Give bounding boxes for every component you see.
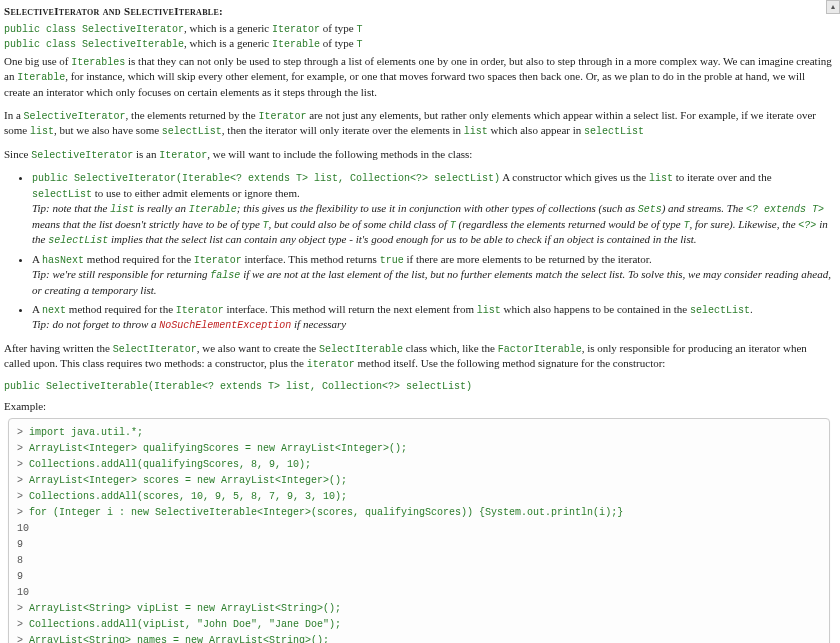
text: A (32, 303, 42, 315)
text: Tip: do not forget to throw a (32, 318, 159, 330)
text: , but could also be of some child class … (269, 218, 450, 230)
text: means that the list doesn't strictly hav… (32, 218, 263, 230)
code-span: <?> (798, 220, 816, 231)
text: , for instance, which will skip every ot… (4, 70, 805, 98)
code-line: for (Integer i : new SelectiveIterable<I… (29, 507, 623, 518)
code-line: import java.util.*; (29, 427, 143, 438)
code-span: selectList (162, 126, 222, 137)
code-span: <? extends T> (746, 204, 824, 215)
code-span: hasNext (42, 255, 84, 266)
code-span: false (210, 270, 240, 281)
output-line: 9 (17, 569, 821, 585)
prompt-char: > (17, 619, 23, 630)
text: . (750, 303, 753, 315)
text: method itself. Use the following method … (355, 357, 666, 369)
text: , which is a generic (184, 37, 272, 49)
paragraph-select-iterable: After having written the SelectIterator,… (4, 341, 834, 372)
code-example-box: > import java.util.*; > ArrayList<Intege… (8, 418, 830, 643)
prompt-char: > (17, 427, 23, 438)
text: ) and streams. The (662, 202, 746, 214)
code-span: SelectiveIterator (24, 111, 126, 122)
document-body: SelectiveIterator and SelectiveIterable:… (0, 0, 840, 643)
code-span: list (649, 173, 673, 184)
code-span: T (356, 24, 362, 35)
code-span: Sets (638, 204, 662, 215)
code-span: Iterator (272, 24, 320, 35)
code-span: list (30, 126, 54, 137)
code-span: SelectiveIterator (31, 150, 133, 161)
code-span: SelectIterable (319, 344, 403, 355)
scroll-up-button[interactable]: ▴ (826, 0, 840, 14)
code-span: Iterator (258, 111, 306, 122)
tip-text: Tip: we're still responsible for returni… (32, 268, 831, 296)
text: , we will want to include the following … (207, 148, 472, 160)
text: In a (4, 109, 24, 121)
methods-list: public SelectiveIterator(Iterable<? exte… (4, 170, 834, 332)
constructor-signature: public SelectiveIterable(Iterable<? exte… (4, 380, 834, 394)
output-line: 9 (17, 537, 821, 553)
text: of type (320, 37, 356, 49)
text: interface. This method returns (242, 253, 380, 265)
text: Tip: note that the (32, 202, 110, 214)
text: which also happens to be contained in th… (501, 303, 690, 315)
code-line: Collections.addAll(vipList, "John Doe", … (29, 619, 341, 630)
code-span: Iterable (17, 72, 65, 83)
code-line: ArrayList<String> names = new ArrayList<… (29, 635, 329, 643)
code-span: list (110, 204, 134, 215)
code-span: iterator (307, 359, 355, 370)
text: class which, like the (403, 342, 498, 354)
code-span: Iterator (176, 305, 224, 316)
code-span: SelectIterator (113, 344, 197, 355)
code-span: NoSuchElementException (159, 320, 291, 331)
code-span: next (42, 305, 66, 316)
code-span: public class SelectiveIterator (4, 24, 184, 35)
text: , for sure). Likewise, the (689, 218, 798, 230)
paragraph-since-iterator: Since SelectiveIterator is an Iterator, … (4, 147, 834, 163)
code-span: Iterator (194, 255, 242, 266)
tip-text: Tip: do not forget to throw a NoSuchElem… (32, 318, 346, 330)
text: , which is a generic (184, 22, 272, 34)
text: is really an (134, 202, 189, 214)
list-item-hasnext: A hasNext method required for the Iterat… (32, 252, 834, 298)
prompt-char: > (17, 603, 23, 614)
prompt-char: > (17, 475, 23, 486)
text: of type (320, 22, 356, 34)
code-span: selectList (584, 126, 644, 137)
prompt-char: > (17, 459, 23, 470)
code-span: public class SelectiveIterable (4, 39, 184, 50)
list-item-constructor: public SelectiveIterator(Iterable<? exte… (32, 170, 834, 248)
text: to use to either admit elements or ignor… (92, 187, 300, 199)
code-line: ArrayList<String> vipList = new ArrayLis… (29, 603, 341, 614)
code-span: T (356, 39, 362, 50)
list-item-next: A next method required for the Iterator … (32, 302, 834, 333)
text: if necessary (291, 318, 346, 330)
text: if there are more elements to be returne… (404, 253, 652, 265)
text: , we also want to create the (197, 342, 319, 354)
code-span: Iterable (189, 204, 237, 215)
text: which also appear in (488, 124, 584, 136)
prompt-char: > (17, 443, 23, 454)
text: A constructor which gives us the (500, 171, 649, 183)
class-decl-2: public class SelectiveIterable, which is… (4, 36, 834, 52)
paragraph-selective-iterator: In a SelectiveIterator, the elements ret… (4, 108, 834, 139)
prompt-char: > (17, 635, 23, 643)
text: interface. This method will return the n… (224, 303, 477, 315)
code-span: true (380, 255, 404, 266)
text: method required for the (84, 253, 194, 265)
code-line: Collections.addAll(scores, 10, 9, 5, 8, … (29, 491, 347, 502)
text: Since (4, 148, 31, 160)
tip-text: Tip: note that the list is really an Ite… (32, 202, 828, 245)
code-span: selectList (48, 235, 108, 246)
class-decl-1: public class SelectiveIterator, which is… (4, 21, 834, 37)
text: method required for the (66, 303, 176, 315)
code-span: selectList (32, 189, 92, 200)
output-line: 10 (17, 585, 821, 601)
example-label: Example: (4, 399, 834, 414)
code-line: ArrayList<Integer> qualifyingScores = ne… (29, 443, 407, 454)
text: (regardless the elements returned would … (456, 218, 684, 230)
prompt-char: > (17, 507, 23, 518)
paragraph-iterables-use: One big use of Iterables is that they ca… (4, 54, 834, 100)
text: is an (133, 148, 159, 160)
text: After having written the (4, 342, 113, 354)
text: Tip: we're still responsible for returni… (32, 268, 210, 280)
